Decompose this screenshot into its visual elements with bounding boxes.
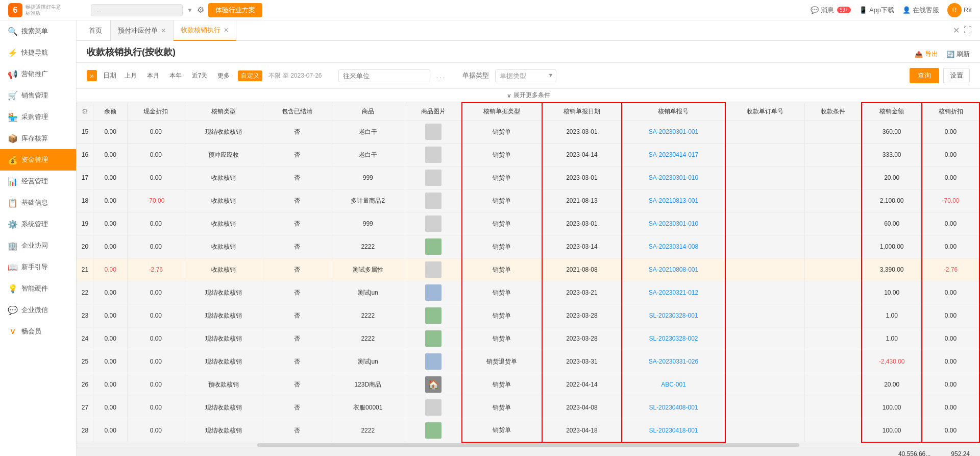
verify-bill-no-cell[interactable]: SA-20230314-008 bbox=[622, 235, 725, 258]
expand-more-button[interactable]: ∨ 展开更多条件 bbox=[507, 91, 550, 100]
quicknav-icon: ⚡ bbox=[8, 48, 17, 57]
user-avatar-area[interactable]: R Rit bbox=[947, 3, 972, 17]
verify-bill-no-cell[interactable]: SA-20230414-017 bbox=[622, 143, 725, 166]
receipt-order-no-cell bbox=[725, 166, 805, 189]
goods-img-cell bbox=[405, 419, 462, 442]
sidebar-label-base: 基础信息 bbox=[21, 198, 48, 207]
goods-img-cell bbox=[405, 350, 462, 373]
row-no: 16 bbox=[77, 143, 93, 166]
verify-bill-date-cell: 2023-03-28 bbox=[542, 327, 622, 350]
date-this-month[interactable]: 本月 bbox=[145, 70, 161, 81]
verify-bill-no-cell[interactable]: SA-20230301-001 bbox=[622, 121, 725, 143]
filter-bar: » 日期 上月 本月 本年 近7天 更多 自定义 不限 至 2023-07-26… bbox=[77, 63, 980, 89]
verify-bill-no-cell[interactable]: SL-20230408-001 bbox=[622, 396, 725, 419]
verify-amount-cell: 100.00 bbox=[862, 396, 922, 419]
sidebar-item-wechat[interactable]: 💬 企业微信 bbox=[0, 299, 76, 321]
sidebar-item-quicknav[interactable]: ⚡ 快捷导航 bbox=[0, 42, 76, 63]
tab-maximize-icon[interactable]: ⛶ bbox=[964, 26, 972, 35]
verify-bill-type-cell: 销货单 bbox=[462, 419, 542, 442]
row-no: 18 bbox=[77, 189, 93, 212]
receipt-condition-cell bbox=[804, 166, 862, 189]
sidebar-item-operations[interactable]: 📊 经营管理 bbox=[0, 171, 76, 192]
balance-cell: 0.00 bbox=[93, 419, 128, 442]
verify-discount-cell: -2.76 bbox=[922, 258, 979, 281]
col-goods-img-header: 商品图片 bbox=[405, 103, 462, 121]
verify-amount-cell: 60.00 bbox=[862, 212, 922, 235]
verify-amount-cell: 100.00 bbox=[862, 419, 922, 442]
goods-cell: 测试jun bbox=[331, 350, 405, 373]
verify-discount-cell: 0.00 bbox=[922, 373, 979, 396]
table-row: 170.000.00收款核销否999销货单2023-03-01SA-202303… bbox=[77, 166, 980, 189]
verify-bill-no-cell[interactable]: SA-20210808-001 bbox=[622, 258, 725, 281]
sidebar-label-search: 搜索菜单 bbox=[21, 27, 48, 36]
sidebar-item-finance[interactable]: 💰 资金管理 bbox=[0, 149, 76, 171]
include-settled-cell: 否 bbox=[263, 258, 331, 281]
include-settled-cell: 否 bbox=[263, 304, 331, 327]
date-prev-month[interactable]: 上月 bbox=[122, 70, 139, 81]
filter-settings-button[interactable]: 设置 bbox=[943, 68, 970, 83]
sidebar-item-purchase[interactable]: 🏪 采购管理 bbox=[0, 106, 76, 128]
sidebar-item-corp[interactable]: 🏢 企业协同 bbox=[0, 235, 76, 256]
date-more[interactable]: 更多 bbox=[215, 70, 232, 81]
dropdown-arrow-icon[interactable]: ▼ bbox=[187, 7, 193, 14]
messages-button[interactable]: 💬 消息 99+ bbox=[811, 6, 851, 15]
verify-bill-no-cell[interactable]: SL-20230328-001 bbox=[622, 304, 725, 327]
verify-bill-date-cell: 2023-03-01 bbox=[542, 212, 622, 235]
system-icon: ⚙️ bbox=[8, 220, 17, 229]
column-settings-icon[interactable]: ⚙ bbox=[82, 107, 88, 115]
date-custom[interactable]: 自定义 bbox=[238, 70, 262, 81]
table-footer: 40,556,66... 952.24 bbox=[77, 447, 980, 457]
verify-amount-cell: 20.00 bbox=[862, 373, 922, 396]
cash-discount-cell: 0.00 bbox=[128, 396, 184, 419]
receipt-condition-cell bbox=[804, 304, 862, 327]
verify-bill-no-cell[interactable]: SA-20210813-001 bbox=[622, 189, 725, 212]
refresh-button[interactable]: 🔄 刷新 bbox=[946, 50, 970, 59]
settings-icon[interactable]: ⚙ bbox=[197, 5, 204, 15]
verify-bill-type-cell: 销货单 bbox=[462, 373, 542, 396]
balance-cell: 0.00 bbox=[93, 212, 128, 235]
verify-bill-no-cell[interactable]: SA-20230301-010 bbox=[622, 166, 725, 189]
verify-bill-no-cell[interactable]: SL-20230418-001 bbox=[622, 419, 725, 442]
sidebar-item-base[interactable]: 📋 基础信息 bbox=[0, 192, 76, 213]
verify-discount-cell: 0.00 bbox=[922, 396, 979, 419]
verify-bill-no-cell[interactable]: SA-20230331-026 bbox=[622, 350, 725, 373]
base-icon: 📋 bbox=[8, 198, 17, 207]
sidebar-item-guide[interactable]: 📖 新手引导 bbox=[0, 256, 76, 278]
verify-bill-no-cell[interactable]: SL-20230328-002 bbox=[622, 327, 725, 350]
sidebar-item-hardware[interactable]: 💡 智能硬件 bbox=[0, 278, 76, 299]
sidebar-item-member[interactable]: V 畅会员 bbox=[0, 321, 76, 342]
export-button[interactable]: 📤 导出 bbox=[915, 50, 938, 59]
tab-prepay-close-icon[interactable]: ✕ bbox=[161, 20, 166, 41]
tab-receipt[interactable]: 收款核销执行 ✕ bbox=[174, 20, 236, 41]
sidebar-item-sales[interactable]: 🛒 销售管理 bbox=[0, 85, 76, 106]
counterpart-picker-icon[interactable]: ... bbox=[436, 72, 447, 80]
date-this-year[interactable]: 本年 bbox=[167, 70, 184, 81]
sidebar-item-marketing[interactable]: 📢 营销推广 bbox=[0, 63, 76, 85]
counterpart-input[interactable] bbox=[338, 69, 430, 82]
verify-bill-type-cell: 销货单 bbox=[462, 235, 542, 258]
cash-discount-cell: 0.00 bbox=[128, 235, 184, 258]
app-download-button[interactable]: 📱 App下载 bbox=[859, 6, 894, 15]
filter-expand-button[interactable]: » bbox=[87, 70, 97, 81]
tab-prepay[interactable]: 预付冲应付单 ✕ bbox=[111, 20, 174, 41]
sidebar-item-inventory[interactable]: 📦 库存核算 bbox=[0, 128, 76, 149]
tab-receipt-close-icon[interactable]: ✕ bbox=[224, 20, 229, 40]
tab-close-all-icon[interactable]: ✕ bbox=[953, 26, 960, 35]
table-row: 250.000.00现结收款核销否测试jun销货退货单2023-03-31SA-… bbox=[77, 350, 980, 373]
verify-bill-no-cell[interactable]: ABC-001 bbox=[622, 373, 725, 396]
verify-bill-no-cell[interactable]: SA-20230321-012 bbox=[622, 281, 725, 304]
sidebar-label-system: 系统管理 bbox=[21, 220, 48, 229]
col-settings-header[interactable]: ⚙ bbox=[77, 103, 93, 121]
balance-cell: 0.00 bbox=[93, 304, 128, 327]
date-last-7days[interactable]: 近7天 bbox=[190, 70, 210, 81]
bill-type-select[interactable]: 单据类型 bbox=[495, 69, 556, 82]
verify-bill-no-cell[interactable]: SA-20230301-010 bbox=[622, 212, 725, 235]
top-bar-right: 💬 消息 99+ 📱 App下载 👤 在线客服 R Rit bbox=[811, 3, 972, 17]
industry-button[interactable]: 体验行业方案 bbox=[208, 3, 262, 17]
tab-home[interactable]: 首页 bbox=[81, 20, 111, 41]
sidebar-item-system[interactable]: ⚙️ 系统管理 bbox=[0, 213, 76, 235]
expand-more-label: 展开更多条件 bbox=[513, 91, 550, 100]
sidebar-item-search[interactable]: 🔍 搜索菜单 bbox=[0, 20, 76, 42]
online-service-button[interactable]: 👤 在线客服 bbox=[902, 6, 939, 15]
query-button[interactable]: 查询 bbox=[910, 68, 939, 83]
